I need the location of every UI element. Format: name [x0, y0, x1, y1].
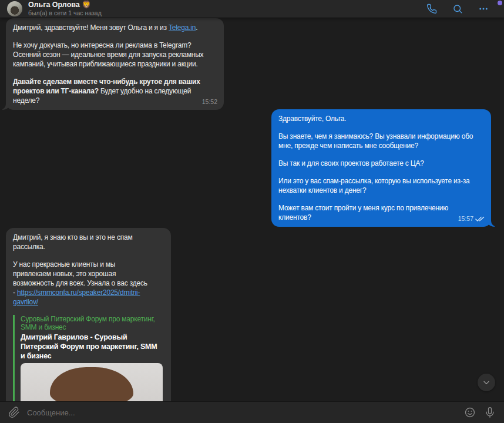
- message-composer: [0, 401, 504, 423]
- link-preview[interactable]: Суровый Питерский Форум про маркетинг, S…: [13, 315, 164, 401]
- message-incoming-2[interactable]: Дмитрий, я знаю кто вы и это не спам рас…: [6, 228, 171, 401]
- message-paragraph: Дмитрий, здравствуйте! Меня зовут Ольга …: [13, 23, 217, 32]
- link-preview-site: Суровый Питерский Форум про маркетинг, S…: [21, 315, 164, 331]
- message-list: Дмитрий, здравствуйте! Меня зовут Ольга …: [0, 18, 504, 401]
- avatar[interactable]: [7, 1, 22, 16]
- smmconfa-link[interactable]: https://smmconfa.ru/speaker2025/dmitrii-: [17, 288, 140, 297]
- scroll-down-icon: [482, 378, 490, 387]
- message-incoming-1[interactable]: Дмитрий, здравствуйте! Меня зовут Ольга …: [6, 18, 224, 110]
- microphone-icon[interactable]: [484, 407, 496, 418]
- emoji-icon[interactable]: [464, 407, 476, 418]
- message-paragraph: Давайте сделаем вместе что-нибудь крутое…: [13, 77, 217, 105]
- smmconfa-link[interactable]: gavrilov/: [13, 298, 38, 306]
- message-input[interactable]: [27, 408, 457, 417]
- message-outgoing-1[interactable]: Здравствуйте, Ольга. Вы знаете, чем я за…: [271, 109, 491, 227]
- message-paragraph: Вы знаете, чем я занимаюсь? Вы узнавали …: [278, 132, 484, 150]
- message-time: 15:52: [202, 97, 217, 106]
- more-icon[interactable]: [478, 4, 489, 14]
- message-paragraph: Вы так и для своих проектов работаете с …: [278, 159, 484, 168]
- message-paragraph: У нас прекрасные клиенты и мы привлекаем…: [13, 260, 164, 307]
- message-paragraph: Дмитрий, я знаю кто вы и это не спам рас…: [13, 233, 164, 251]
- portrait-hair: [50, 367, 133, 401]
- scrollbar-thumb[interactable]: [498, 1, 502, 5]
- read-checks-icon: [475, 216, 485, 221]
- message-paragraph: Здравствуйте, Ольга.: [278, 114, 484, 123]
- phone-icon[interactable]: [426, 4, 437, 14]
- message-paragraph: Или это у вас спам-рассылка, которую вы …: [278, 176, 484, 195]
- link-preview-image[interactable]: [21, 363, 163, 401]
- telega-link[interactable]: Telega.in: [169, 24, 196, 32]
- scroll-down-button[interactable]: [478, 374, 495, 391]
- message-paragraph: Может вам стоит пройти у меня курс по пр…: [278, 203, 484, 222]
- chat-header-info[interactable]: Ольга Орлова 🦁 был(а) в сети 1 час назад: [28, 1, 102, 16]
- chat-status: был(а) в сети 1 час назад: [28, 10, 102, 17]
- paperclip-icon[interactable]: [8, 407, 20, 418]
- message-paragraph: Не хочу докучать, но интересна ли реклам…: [13, 41, 217, 69]
- message-time: 15:57: [458, 214, 485, 223]
- chat-title: Ольга Орлова 🦁: [28, 1, 102, 9]
- search-icon[interactable]: [452, 4, 463, 14]
- link-preview-title: Дмитрий Гаврилов - Суровый Питерский Фор…: [21, 333, 164, 361]
- telegram-chat-window: Ольга Орлова 🦁 был(а) в сети 1 час назад…: [0, 0, 504, 423]
- chat-header: Ольга Орлова 🦁 был(а) в сети 1 час назад: [0, 0, 504, 18]
